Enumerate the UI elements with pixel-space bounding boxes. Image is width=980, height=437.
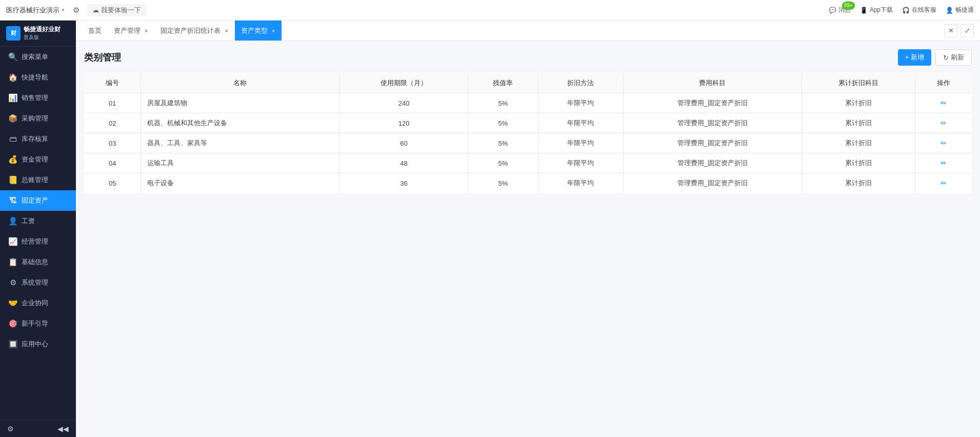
new-button[interactable]: + 新增: [898, 49, 931, 66]
td-accum-1: 累计折旧: [802, 113, 915, 133]
app-download-label: App下载: [870, 6, 893, 14]
edit-icon-1[interactable]: ✏: [941, 119, 947, 127]
td-name-3: 运输工具: [141, 153, 340, 173]
th-action: 操作: [915, 73, 972, 93]
tab-label-asset-type: 资产类型: [241, 26, 268, 35]
basic-info-icon: 📋: [8, 257, 17, 267]
td-name-0: 房屋及建筑物: [141, 93, 340, 113]
td-expense-4: 管理费用_固定资产折旧: [623, 173, 802, 193]
system-icon: ⚙: [8, 278, 17, 287]
td-code-4: 05: [85, 173, 141, 193]
td-expense-3: 管理费用_固定资产折旧: [623, 153, 802, 173]
refresh-button[interactable]: ↻ 刷新: [935, 49, 972, 66]
td-action-2: ✏: [915, 133, 972, 153]
user-icon: 👤: [946, 7, 953, 14]
tabs-bar: 首页 资产管理×固定资产折旧统计表×资产类型× ✕ ⤢: [76, 21, 980, 41]
edit-icon-2[interactable]: ✏: [941, 139, 947, 147]
tab-depreciation-table[interactable]: 固定资产折旧统计表×: [154, 21, 234, 41]
chevron-down-icon: ▾: [62, 7, 65, 13]
td-action-3: ✏: [915, 153, 972, 173]
tab-close-depreciation-table[interactable]: ×: [225, 28, 228, 34]
sidebar-item-label: 新手引导: [22, 319, 48, 328]
td-expense-0: 管理费用_固定资产折旧: [623, 93, 802, 113]
sidebar-settings-icon[interactable]: ⚙: [7, 425, 14, 433]
td-name-1: 机器、机械和其他生产设备: [141, 113, 340, 133]
headset-icon: 🎧: [902, 7, 910, 14]
experience-label: 我要体验一下: [101, 6, 141, 15]
sidebar-item-label: 库存核算: [22, 134, 48, 144]
industry-label: 医疗器械行业演示: [6, 6, 59, 15]
table-row: 03器具、工具、家具等605%年限平均管理费用_固定资产折旧累计折旧✏: [85, 133, 972, 153]
cloud-icon: ☁: [92, 6, 99, 14]
td-period-0: 240: [340, 93, 468, 113]
sidebar-item-purchase[interactable]: 📦采购管理: [0, 108, 76, 129]
sidebar-bottom: ⚙ ◀◀: [0, 420, 76, 437]
edit-icon-0[interactable]: ✏: [941, 99, 947, 107]
sidebar-item-label: 采购管理: [22, 114, 48, 123]
tab-asset-mgmt[interactable]: 资产管理×: [108, 21, 154, 41]
sidebar-item-label: 总账管理: [22, 175, 48, 185]
sidebar-item-ledger[interactable]: 📒总账管理: [0, 170, 76, 190]
td-expense-2: 管理费用_固定资产折旧: [623, 133, 802, 153]
tab-asset-type[interactable]: 资产类型×: [235, 21, 282, 41]
category-table: 编号名称使用期限（月）残值率折旧方法费用科目累计折旧科目操作 01房屋及建筑物2…: [84, 73, 972, 193]
enterprise-icon: 🤝: [8, 299, 17, 308]
sidebar-item-guide[interactable]: 🎯新手引导: [0, 313, 76, 334]
sales-icon: 📊: [8, 93, 17, 103]
sidebar-item-operations[interactable]: 📈经营管理: [0, 231, 76, 252]
experience-button[interactable]: ☁ 我要体验一下: [87, 4, 146, 16]
tab-close-asset-type[interactable]: ×: [272, 28, 275, 34]
customer-service-button[interactable]: 🎧 在线客服: [902, 6, 936, 14]
sidebar-item-basic-info[interactable]: 📋基础信息: [0, 252, 76, 272]
sidebar-item-sales[interactable]: 📊销售管理: [0, 88, 76, 108]
th-accum: 累计折旧科目: [802, 73, 915, 93]
sidebar-item-label: 销售管理: [22, 93, 48, 103]
sidebar-item-label: 资金管理: [22, 155, 48, 164]
edit-icon-3[interactable]: ✏: [941, 159, 947, 167]
table-row: 01房屋及建筑物2405%年限平均管理费用_固定资产折旧累计折旧✏: [85, 93, 972, 113]
td-residual-3: 5%: [468, 153, 538, 173]
industry-selector[interactable]: 医疗器械行业演示 ▾: [6, 6, 65, 15]
app-download-button[interactable]: 📱 App下载: [860, 6, 893, 14]
close-window-button[interactable]: ✕: [944, 24, 957, 37]
fixed-assets-icon: 🏗: [8, 196, 17, 205]
sidebar-item-enterprise[interactable]: 🤝企业协同: [0, 293, 76, 313]
sidebar-item-label: 应用中心: [22, 340, 48, 349]
sidebar-item-label: 企业协同: [22, 299, 48, 308]
sidebar-item-label: 快捷导航: [22, 73, 48, 82]
th-residual: 残值率: [468, 73, 538, 93]
settings-icon[interactable]: ⚙: [69, 3, 83, 17]
sidebar-item-label: 工资: [22, 216, 35, 226]
content-area: 首页 资产管理×固定资产折旧统计表×资产类型× ✕ ⤢ 类别管理 + 新增 ↻ …: [76, 21, 980, 437]
sidebar-item-label: 基础信息: [22, 257, 48, 267]
th-code: 编号: [85, 73, 141, 93]
sidebar-item-app-center[interactable]: 🔲应用中心: [0, 334, 76, 354]
table-row: 05电子设备365%年限平均管理费用_固定资产折旧累计折旧✏: [85, 173, 972, 193]
sidebar-item-inventory[interactable]: 🗃库存核算: [0, 129, 76, 149]
tab-close-asset-mgmt[interactable]: ×: [145, 28, 148, 34]
td-residual-4: 5%: [468, 173, 538, 193]
td-period-1: 120: [340, 113, 468, 133]
sidebar-item-quick-nav[interactable]: 🏠快捷导航: [0, 67, 76, 88]
th-expense: 费用科目: [623, 73, 802, 93]
td-method-3: 年限平均: [538, 153, 623, 173]
user-menu[interactable]: 👤 畅捷通: [946, 6, 974, 14]
page-header: 类别管理 + 新增 ↻ 刷新: [84, 49, 972, 66]
td-accum-0: 累计折旧: [802, 93, 915, 113]
page-content: 类别管理 + 新增 ↻ 刷新 编号名称使用期限（月）残值率折旧方法费用科目累计折…: [76, 41, 980, 437]
sidebar-item-funds[interactable]: 💰资金管理: [0, 149, 76, 170]
phone-icon: 📱: [860, 7, 868, 14]
tab-home[interactable]: 首页: [82, 21, 108, 41]
edit-icon-4[interactable]: ✏: [941, 179, 947, 187]
sidebar-item-payroll[interactable]: 👤工资: [0, 211, 76, 231]
sidebar-item-system[interactable]: ⚙系统管理: [0, 272, 76, 293]
sidebar-item-search[interactable]: 🔍搜索菜单: [0, 47, 76, 67]
sidebar-item-fixed-assets[interactable]: 🏗固定资产: [0, 190, 76, 211]
expand-window-button[interactable]: ⤢: [961, 24, 974, 37]
sidebar-collapse-icon[interactable]: ◀◀: [57, 425, 69, 433]
top-bar-left: 医疗器械行业演示 ▾ ⚙ ☁ 我要体验一下: [6, 3, 146, 17]
inventory-icon: 🗃: [8, 134, 17, 143]
notifications-button[interactable]: 💬 消息 99+: [829, 6, 851, 14]
th-name: 名称: [141, 73, 340, 93]
sidebar-logo-sub: 普及版: [24, 34, 61, 41]
